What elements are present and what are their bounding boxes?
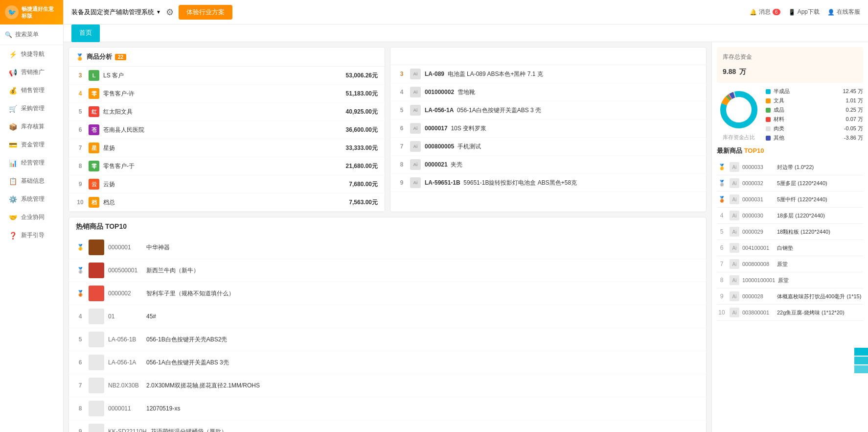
- inventory-card: 库存总资金 9.88 万: [717, 47, 863, 83]
- rank-name: 零售客户-许: [103, 90, 342, 98]
- new-item[interactable]: 8 Ai 10000100001 原堂: [717, 272, 863, 288]
- sidebar-item-operation[interactable]: 📊 经营管理: [0, 154, 63, 172]
- new-item[interactable]: 10 Ai 003800001 22g鱼豆腐-烧烤味 (1*12*20): [717, 305, 863, 321]
- float-live[interactable]: 直播: [854, 365, 868, 373]
- product-name: 智利车子里（规格不知道填什么）: [146, 289, 699, 298]
- mobile-icon: 📱: [788, 9, 796, 16]
- sidebar-item-guide[interactable]: ❓ 新手引导: [0, 226, 63, 244]
- coop-icon: 🤝: [8, 214, 17, 221]
- product-name: 新西兰牛肉（新牛）: [146, 266, 699, 275]
- rank-row[interactable]: 4 零 零售客户-许 51,183.00元: [69, 85, 385, 103]
- rank-row[interactable]: 9 Ai LA-59651-1B 59651-1B旋转投影灯电池盒 ABS黑色+…: [390, 174, 706, 192]
- hot-row[interactable]: 7 NB2.0X30B 2.0X30MM双搓花轴,搓花直径2.1MM/ROHS: [69, 374, 706, 397]
- rank-row[interactable]: 3 Ai LA-089 电池盖 LA-089 ABS本色+黑种 7.1 克: [390, 65, 706, 83]
- tab-home[interactable]: 首页: [71, 24, 100, 42]
- product-name: 056-1A白色按键开关盖ABS 3壳: [146, 359, 699, 367]
- rank-row[interactable]: 5 红 红太阳文具 40,925.00元: [69, 103, 385, 121]
- sidebar-item-coop[interactable]: 🤝 企业协同: [0, 208, 63, 226]
- sidebar-item-finance[interactable]: 💳 资金管理: [0, 136, 63, 154]
- rank-row[interactable]: 6 Ai 0000017 10S 变料罗浆: [390, 120, 706, 138]
- hot-row[interactable]: 4 01 45#: [69, 305, 706, 328]
- new-item[interactable]: 4 Ai 0000030 18多层 (1220*2440): [717, 208, 863, 224]
- finance-icon: 💳: [8, 141, 17, 149]
- avatar: 零: [89, 161, 99, 171]
- legend-color: [766, 89, 771, 94]
- inventory-value: 9.88 万: [723, 63, 857, 77]
- system-title-dropdown[interactable]: 装备及固定资产辅助管理系统 ▼: [71, 8, 161, 17]
- rank-name: LA-59651-1B 59651-1B旋转投影灯电池盒 ABS黑色+58克: [425, 179, 699, 187]
- rank-row[interactable]: 6 苍 苍南县人民医院 36,600.00元: [69, 121, 385, 139]
- rank-row[interactable]: 7 星 星扬 33,333.00元: [69, 139, 385, 157]
- main-area: 装备及固定资产辅助管理系统 ▼ ⚙ 体验行业方案 🔔 消息 6 📱 App下载 …: [64, 0, 868, 432]
- hot-row[interactable]: 🥇 0000001 中华神器: [69, 236, 706, 259]
- rank-name: LA-056-1A 056-1A白色按键开关盖ABS 3 壳: [425, 106, 699, 115]
- new-item[interactable]: 🥉 Ai 0000031 5厘中纤 (1220*2440): [717, 192, 863, 208]
- legend-color: [766, 98, 771, 103]
- new-item[interactable]: 🥇 Ai 0000033 封边带 (1.0*22): [717, 159, 863, 175]
- hot-row[interactable]: 🥈 000500001 新西兰牛肉（新牛）: [69, 259, 706, 282]
- rank-row[interactable]: 4 Ai 001000002 雪地靴: [390, 83, 706, 101]
- sidebar-item-basic[interactable]: 📋 基础信息: [0, 172, 63, 190]
- rank-number: 9: [397, 179, 406, 186]
- hot-row[interactable]: 🥉 0000002 智利车子里（规格不知道填什么）: [69, 282, 706, 305]
- rank-name: 云扬: [103, 180, 345, 189]
- rank-row[interactable]: 7 Ai 000800005 手机测试: [390, 138, 706, 156]
- legend-item: 文具 1.01 万: [766, 97, 863, 104]
- system-title: 装备及固定资产辅助管理系统: [71, 8, 154, 17]
- hot-row[interactable]: 8 0000011 12070519-xs: [69, 397, 706, 420]
- hot-row[interactable]: 6 LA-056-1A 056-1A白色按键开关盖ABS 3壳: [69, 351, 706, 374]
- rank-value: 36,600.00元: [346, 126, 378, 134]
- sidebar-item-quick[interactable]: ⚡ 快捷导航: [0, 45, 63, 63]
- online-service-btn[interactable]: 👤 在线客服: [827, 8, 860, 16]
- new-item[interactable]: 9 Ai 0000028 体概嘉枚味苏打饮品400毫升 (1*15): [717, 288, 863, 305]
- rank-row[interactable]: 5 Ai LA-056-1A 056-1A白色按键开关盖ABS 3 壳: [390, 101, 706, 120]
- product-icon: Ai: [730, 291, 739, 301]
- sidebar-item-marketing[interactable]: 📢 营销推广: [0, 63, 63, 81]
- product-code: 000500001: [108, 267, 142, 274]
- product-code: KK-SD22110H: [108, 428, 147, 432]
- float-service-hotline[interactable]: 客服热线: [854, 348, 868, 356]
- new-item[interactable]: 5 Ai 0000029 18颗粒板 (1220*2440): [717, 224, 863, 240]
- service-icon: 👤: [827, 9, 835, 16]
- float-service-community[interactable]: 服务社区: [854, 357, 868, 364]
- product-code: 01: [108, 313, 142, 320]
- product-code: 0000032: [742, 180, 774, 186]
- hot-products-header: 热销商品 TOP10: [69, 217, 706, 236]
- product-code: 004100001: [742, 245, 774, 251]
- rank-number: 9: [76, 181, 85, 188]
- rank-number: 🥈: [717, 180, 727, 187]
- avatar: 零: [89, 88, 99, 99]
- sidebar-item-sales[interactable]: 💰 销售管理: [0, 81, 63, 99]
- sidebar-item-purchase[interactable]: 🛒 采购管理: [0, 99, 63, 118]
- sidebar-item-system[interactable]: ⚙️ 系统管理: [0, 190, 63, 208]
- system-icon: ⚙️: [8, 195, 17, 203]
- rank-name: 000800005 手机测试: [425, 143, 699, 151]
- inventory-chart-section: 库存资金占比 半成品 12.45 万 文具 1.01 万: [717, 88, 863, 142]
- hot-row[interactable]: 5 LA-056-1B 056-1B白色按键开关壳ABS2壳: [69, 328, 706, 351]
- legend-color: [766, 136, 771, 141]
- new-item[interactable]: 6 Ai 004100001 白钢垫: [717, 240, 863, 256]
- product-icon: Ai: [730, 308, 739, 317]
- rank-row[interactable]: 9 云 云扬 7,680.00元: [69, 175, 385, 193]
- experience-btn[interactable]: 体验行业方案: [179, 5, 232, 20]
- new-item[interactable]: 7 Ai 000800008 原堂: [717, 256, 863, 272]
- sidebar-item-inventory[interactable]: 📦 库存核算: [0, 118, 63, 136]
- app-download-btn[interactable]: 📱 App下载: [788, 8, 820, 16]
- rank-name: 0000021 夹壳: [425, 161, 699, 169]
- rank-row[interactable]: 10 档 档总 7,563.00元: [69, 193, 385, 212]
- rank-row[interactable]: 3 L LS 客户 53,006.26元: [69, 67, 385, 85]
- sidebar: 🐦 畅捷通好生意 标版 🔍 搜索菜单 ⚡ 快捷导航 📢 营销推广 💰 销售管理 …: [0, 0, 64, 432]
- rank-number: 9: [717, 293, 727, 300]
- rank-row[interactable]: 8 零 零售客户-于 21,680.00元: [69, 157, 385, 175]
- product-name: 45#: [146, 313, 699, 320]
- rank-number: 7: [76, 144, 85, 151]
- hot-row[interactable]: 9 KK-SD22110H 花语萌恒温分罐桶袋（厚款）: [69, 420, 706, 432]
- search-menu-btn[interactable]: 🔍 搜索菜单: [5, 28, 58, 41]
- rank-row[interactable]: 8 Ai 0000021 夹壳: [390, 156, 706, 174]
- new-item[interactable]: 🥈 Ai 0000032 5厘多层 (1220*2440): [717, 175, 863, 192]
- product-code: NB2.0X30B: [108, 382, 142, 389]
- legend-color: [766, 126, 771, 131]
- notifications-btn[interactable]: 🔔 消息 6: [750, 8, 780, 16]
- settings-icon[interactable]: ⚙: [166, 7, 174, 18]
- product-icon: Ai: [730, 227, 739, 237]
